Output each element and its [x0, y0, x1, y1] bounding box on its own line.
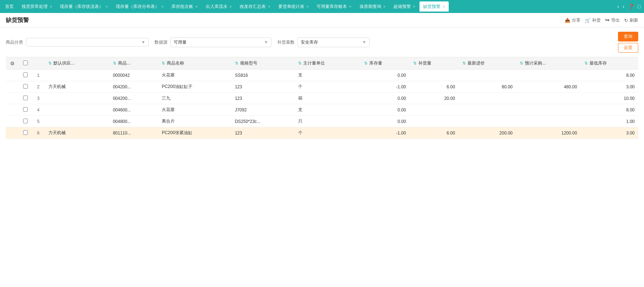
row-product-name: 火花塞: [158, 70, 231, 81]
tab-close-receipt-summary[interactable]: ×: [268, 4, 270, 9]
row-product-code: 004600...: [109, 104, 158, 116]
tab-close-abnormal[interactable]: ×: [50, 4, 52, 9]
header-actions: 📤 分享 🛒 补货 ⮩ 导出 ↻ 刷新: [565, 17, 638, 23]
row-gear-cell: [6, 104, 19, 116]
share-button[interactable]: 📤 分享: [565, 17, 580, 23]
tab-inventory-dist[interactable]: 现存量（库存分布表） ×: [112, 1, 167, 12]
tab-close-overstock[interactable]: ×: [413, 4, 415, 9]
row-checkbox[interactable]: [23, 130, 28, 135]
tab-close-shortage[interactable]: ×: [443, 4, 445, 9]
category-filter-group: 商品分类 ▼: [6, 38, 149, 47]
select-all-checkbox[interactable]: [23, 61, 28, 65]
tab-inventory-status[interactable]: 现存量（库存状况表） ×: [56, 1, 111, 12]
tab-fullscreen-btn[interactable]: □: [636, 0, 643, 13]
tab-prev-btn[interactable]: ‹: [615, 0, 621, 13]
tab-shortage[interactable]: 缺货预警 ×: [419, 1, 448, 12]
row-product-name: PC200张紧油缸: [158, 127, 231, 139]
replenish-icon: 🛒: [585, 18, 591, 23]
category-select[interactable]: ▼: [26, 38, 149, 47]
th-unit[interactable]: ⇅ 主计量单位: [295, 57, 360, 70]
row-gear-cell: [6, 93, 19, 104]
table-row: 3 004200... 三九 123 箱 0.00 20.00 10.00: [6, 93, 638, 104]
row-check-cell[interactable]: [19, 93, 32, 104]
row-checkbox[interactable]: [23, 72, 28, 77]
row-default-supplier: [45, 116, 109, 127]
row-number: 3: [32, 93, 45, 104]
row-product-code: 004200...: [109, 81, 158, 93]
row-min-stock: 8.00: [581, 70, 638, 81]
row-spec: 123: [231, 127, 295, 139]
tab-receipt-summary[interactable]: 收发存汇总表 ×: [236, 1, 274, 12]
row-check-cell[interactable]: [19, 104, 32, 116]
th-latest-price[interactable]: ⇅ 最新进价: [459, 57, 516, 70]
row-checkbox[interactable]: [23, 96, 28, 100]
tab-batch-account[interactable]: 库存批次账 ×: [168, 1, 201, 12]
tab-available-ledger[interactable]: 可用量库存账本 ×: [313, 1, 355, 12]
row-stock: 0.00: [361, 93, 410, 104]
tab-overstock[interactable]: 超储预警 ×: [390, 1, 419, 12]
row-unit: 箱: [295, 93, 360, 104]
sort-icon-unit: ⇅: [298, 61, 301, 65]
export-button[interactable]: ⮩ 导出: [605, 17, 620, 23]
tab-close-expiry-query[interactable]: ×: [383, 4, 386, 9]
row-default-supplier: 力天机械: [45, 81, 109, 93]
row-checkbox[interactable]: [23, 107, 28, 112]
sort-icon-min-stock: ⇅: [584, 61, 588, 65]
tab-close-inout-flow[interactable]: ×: [230, 4, 232, 9]
tab-expiry-query[interactable]: 保质期查询 ×: [356, 1, 389, 12]
row-checkbox[interactable]: [23, 119, 28, 123]
row-stock: 0.00: [361, 116, 410, 127]
category-arrow-icon: ▼: [141, 40, 145, 45]
page-title: 缺货预警: [6, 17, 29, 24]
tab-close-inventory-dist[interactable]: ×: [161, 4, 164, 9]
th-replenish[interactable]: ⇅ 补货量: [410, 57, 459, 70]
row-unit: 支: [295, 70, 360, 81]
replenish-basis-arrow-icon: ▼: [362, 40, 366, 45]
tab-demand-stat[interactable]: 要货单统计表 ×: [275, 1, 312, 12]
datasource-value: 可用量: [174, 39, 187, 45]
row-latest-price: 80.00: [459, 81, 516, 93]
tab-close-batch-account[interactable]: ×: [195, 4, 197, 9]
row-checkbox[interactable]: [23, 84, 28, 89]
tab-close-inventory-status[interactable]: ×: [105, 4, 108, 9]
th-est-purchase[interactable]: ⇅ 预计采购...: [516, 57, 581, 70]
replenish-basis-select[interactable]: 安全库存 ▼: [297, 37, 370, 47]
export-icon: ⮩: [605, 18, 610, 23]
row-number: 1: [32, 70, 45, 81]
gear-icon[interactable]: ⚙: [10, 61, 15, 66]
th-spec[interactable]: ⇅ 规格型号: [231, 57, 295, 70]
row-check-cell[interactable]: [19, 116, 32, 127]
tab-close-available-ledger[interactable]: ×: [349, 4, 351, 9]
refresh-button[interactable]: ↻ 刷新: [624, 17, 638, 23]
tab-home[interactable]: 首页: [1, 1, 17, 12]
row-stock: 0.00: [361, 104, 410, 116]
tab-abnormal[interactable]: 拣货异常处理 ×: [18, 1, 56, 12]
th-product-name[interactable]: ⇅ 商品名称: [158, 57, 231, 70]
table-row: 2 力天机械 004200... PC200油缸缸子 123 个 -1.00 6…: [6, 81, 638, 93]
replenish-button[interactable]: 🛒 补货: [585, 17, 601, 23]
tab-inout-flow[interactable]: 出入库流水 ×: [202, 1, 235, 12]
th-default-supplier[interactable]: ⇅ 默认供应...: [45, 57, 109, 70]
row-check-cell[interactable]: [19, 70, 32, 81]
th-stock[interactable]: ⇅ 库存量: [361, 57, 410, 70]
row-default-supplier: [45, 93, 109, 104]
page-header: 缺货预警 📤 分享 🛒 补货 ⮩ 导出 ↻ 刷新: [0, 13, 644, 27]
th-gear[interactable]: ⚙: [6, 57, 19, 70]
row-latest-price: [459, 116, 516, 127]
th-min-stock[interactable]: ⇅ 最低库存: [581, 57, 638, 70]
row-stock: -1.00: [361, 81, 410, 93]
tab-next-btn[interactable]: ›: [621, 0, 626, 13]
row-check-cell[interactable]: [19, 81, 32, 93]
tab-close-demand-stat[interactable]: ×: [306, 4, 309, 9]
th-product-code[interactable]: ⇅ 商品...: [109, 57, 158, 70]
tab-restore-btn[interactable]: ❓: [626, 0, 636, 13]
settings-button[interactable]: 设置: [618, 43, 638, 53]
main-table: ⚙ ⇅ 默认供应... ⇅ 商品... ⇅: [6, 57, 638, 139]
table-row: 1 0000042 火花塞 SS816 支 0.00 8.00: [6, 70, 638, 81]
query-button[interactable]: 查询: [618, 32, 638, 41]
row-check-cell[interactable]: [19, 127, 32, 139]
sort-icon-supplier: ⇅: [48, 61, 52, 65]
th-check[interactable]: [19, 57, 32, 70]
row-unit: 个: [295, 81, 360, 93]
datasource-select[interactable]: 可用量 ▼: [170, 37, 271, 47]
